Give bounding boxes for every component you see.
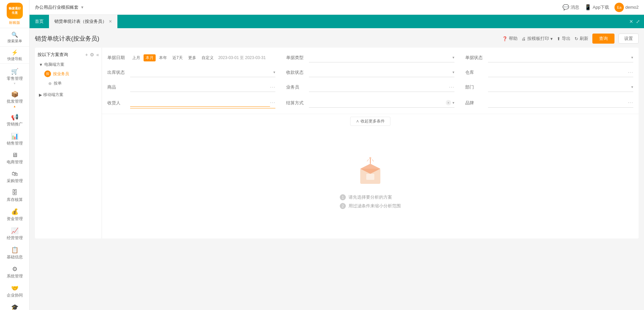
date-tab-thisyear[interactable]: 本年 (157, 54, 169, 61)
sidebar-item-system[interactable]: ⚙ 系统管理 (0, 263, 29, 282)
filter-salesperson: 业务员 ··· (286, 83, 454, 92)
empty-step-2: 2 用过滤条件来缩小分析范围 (340, 203, 401, 209)
enterprise-icon: 🤝 (11, 285, 18, 292)
consignee-field: ··· (130, 97, 275, 108)
doc-status-label: 单据状态 (465, 55, 485, 61)
page-title: 销货单统计表(按业务员) (35, 35, 99, 43)
dept-select[interactable]: ▾ (488, 83, 633, 92)
mobile-arrow-icon: ▶ (39, 93, 42, 97)
consignee-control: ··· (130, 97, 275, 108)
filter-doc-type: 单据类型 ▾ (286, 53, 454, 62)
consignee-input[interactable] (130, 99, 270, 107)
tab-home[interactable]: 首页 (30, 15, 49, 28)
export-btn[interactable]: ⬆ 导出 (557, 36, 571, 42)
add-scheme-btn[interactable]: + (85, 52, 88, 57)
logo-text: 标账版 (9, 20, 20, 25)
finance-label: 资金管理 (7, 216, 23, 222)
query-btn[interactable]: 查询 (592, 34, 614, 44)
brand-select[interactable]: ··· (488, 98, 633, 108)
empty-state: 1 请先选择要分析的方案 2 用过滤条件来缩小分析范围 (102, 128, 639, 239)
mobile-scheme-title[interactable]: ▶ 移动端方案 (38, 91, 99, 99)
sidebar-item-retail[interactable]: 🛒 零售管理 ▾ (0, 65, 29, 88)
sidebar-item-finance[interactable]: 💰 资金管理 (0, 205, 29, 224)
tab-close-window-icon[interactable]: ✕ (629, 19, 633, 24)
sidebar-item-base[interactable]: 📋 基础信息 (0, 244, 29, 263)
topbar-dropdown-icon[interactable]: ▾ (81, 5, 84, 10)
tab-sales-stat[interactable]: 销货单统计表（按业务员） ✕ (49, 15, 117, 28)
date-tab-lastmonth[interactable]: 上月 (130, 54, 142, 61)
brand-dots: ··· (628, 100, 633, 106)
warehouse-dots: ··· (628, 69, 633, 75)
topbar-right: 💬 消息 📱 App下载 Ea demo2 (562, 3, 639, 12)
step-1-num: 1 (340, 194, 346, 200)
finance-icon: 💰 (11, 208, 18, 215)
ecommerce-label: 电商管理 (7, 159, 23, 165)
desktop-scheme-title[interactable]: ▼ 电脑端方案 (38, 60, 99, 69)
filter-goods: 商品 ··· (107, 83, 275, 92)
avatar: Ea (614, 3, 624, 12)
goods-label: 商品 (107, 84, 127, 90)
doc-type-select[interactable]: ▾ (309, 53, 454, 62)
scheme-item-by-doc[interactable]: ⊕ 按单 (38, 79, 99, 88)
date-tab-7days[interactable]: 近7天 (170, 54, 185, 61)
sidebar-item-sales[interactable]: 📊 销售管理 (0, 130, 29, 149)
by-doc-label: 按单 (54, 81, 62, 86)
date-tab-custom[interactable]: 自定义 (200, 54, 216, 61)
tabs-bar: 首页 销货单统计表（按业务员） ✕ ✕ ⤢ (30, 15, 644, 28)
inventory-icon: 🗄 (12, 189, 18, 196)
search-menu-item[interactable]: 🔍 搜索菜单 (0, 28, 29, 47)
pay-status-select[interactable]: ▾ (309, 68, 454, 77)
page-actions: ❓ 帮助 🖨 按模板打印 ▾ ⬆ 导出 ↻ 刷新 查询 设置 (502, 34, 639, 44)
print-icon: 🖨 (522, 36, 526, 41)
svg-line-5 (367, 159, 369, 161)
empty-step-1: 1 请先选择要分析的方案 (340, 194, 401, 200)
brand-control: ··· (488, 98, 633, 108)
doc-status-select[interactable]: ▾ (488, 53, 633, 62)
doc-type-label: 单据类型 (286, 55, 306, 61)
system-label: 系统管理 (7, 273, 23, 279)
payment-select[interactable]: × ▾ (309, 98, 454, 108)
sidebar-item-marketing[interactable]: 📢 营销推广 (0, 111, 29, 130)
step-2-text: 用过滤条件来缩小分析范围 (348, 203, 401, 209)
date-tab-thismonth[interactable]: 本月 (144, 54, 156, 61)
sidebar-item-operation[interactable]: 📈 经营管理 (0, 224, 29, 244)
sidebar-item-purchase[interactable]: 🛍 采购管理 (0, 168, 29, 187)
app-download-label: App下载 (593, 4, 609, 10)
sidebar-menu: 🛒 零售管理 ▾ 📦 批发管理 ▴ 📢 营销推广 📊 销售管理 🖥 电商管理 🛍… (0, 64, 29, 310)
salesperson-select[interactable]: ··· (309, 83, 454, 92)
goods-control: ··· (130, 83, 275, 92)
settings-btn[interactable]: 设置 (619, 34, 639, 44)
collapse-panel-btn[interactable]: « (96, 52, 99, 57)
app-download-btn[interactable]: 📱 App下载 (585, 4, 609, 10)
message-label: 消息 (571, 4, 579, 10)
wholesale-icon: 📦 (11, 91, 18, 98)
template-print-label: 按模板打印 (527, 36, 549, 42)
template-print-btn[interactable]: 🖨 按模板打印 ▾ (522, 36, 553, 42)
scheme-item-salesperson[interactable]: 按 按业务员 (38, 69, 99, 79)
goods-select[interactable]: ··· (130, 83, 275, 92)
tab-close-icon[interactable]: ✕ (109, 19, 112, 24)
tab-expand-icon[interactable]: ⤢ (636, 19, 640, 24)
left-panel-title: 按以下方案查询 (38, 52, 68, 58)
out-status-select[interactable]: ▾ (130, 68, 275, 77)
date-tab-more[interactable]: 更多 (186, 54, 198, 61)
desktop-scheme-group: ▼ 电脑端方案 按 按业务员 ⊕ 按单 (38, 60, 99, 88)
sidebar-item-enterprise[interactable]: 🤝 企业协同 (0, 282, 29, 301)
scheme-settings-btn[interactable]: ⚙ (90, 52, 94, 57)
refresh-btn[interactable]: ↻ 刷新 (575, 36, 588, 42)
help-btn[interactable]: ❓ 帮助 (502, 36, 518, 42)
collapse-btn[interactable]: ∧ 收起更多条件 (350, 117, 390, 126)
payment-arrow: ▾ (452, 101, 454, 105)
refresh-icon: ↻ (575, 36, 578, 41)
sidebar-item-ecommerce[interactable]: 🖥 电商管理 (0, 149, 29, 168)
wholesale-label: 批发管理 (7, 99, 23, 104)
sidebar-item-wholesale[interactable]: 📦 批发管理 ▴ (0, 88, 29, 111)
payment-clear-btn[interactable]: × (446, 100, 451, 105)
warehouse-select[interactable]: ··· (488, 68, 633, 77)
user-profile[interactable]: Ea demo2 (614, 3, 639, 12)
quick-nav-item[interactable]: ⚡ 快捷导航 (0, 47, 29, 64)
sales-label: 销售管理 (7, 141, 23, 146)
sidebar-item-inventory[interactable]: 🗄 库存核算 (0, 187, 29, 205)
message-btn[interactable]: 💬 消息 (562, 4, 579, 10)
sidebar-item-newbie[interactable]: 🎓 新手引导 (0, 301, 29, 310)
